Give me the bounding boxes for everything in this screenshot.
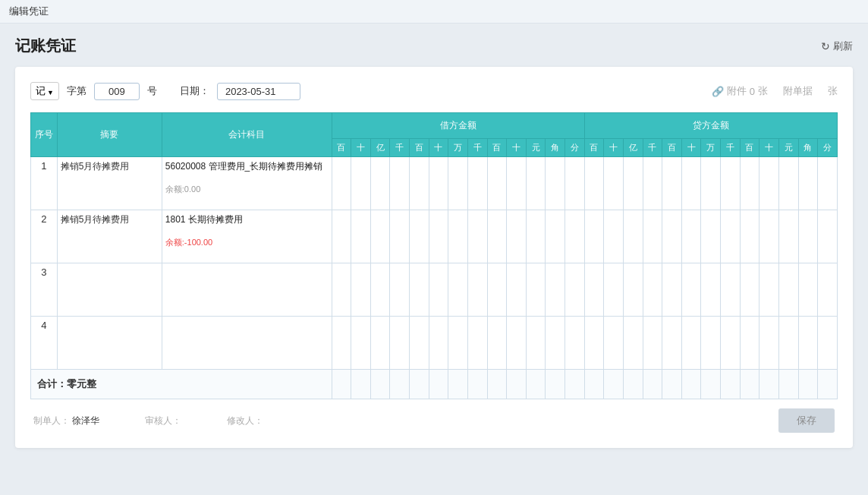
voucher-number-input[interactable] — [94, 83, 140, 100]
row-0-debit-0[interactable] — [332, 157, 351, 210]
row-2-credit-7[interactable] — [721, 263, 741, 317]
row-2-credit-11[interactable] — [798, 263, 818, 317]
row-1-credit-6[interactable] — [701, 210, 721, 263]
row-0-debit-9[interactable] — [507, 157, 527, 210]
row-0-credit-8[interactable] — [740, 157, 760, 210]
row-0-debit-8[interactable] — [487, 157, 507, 210]
row-0-credit-12[interactable] — [818, 157, 838, 210]
row-2-debit-9[interactable] — [507, 263, 527, 317]
row-3-debit-0[interactable] — [332, 317, 351, 370]
row-3-credit-3[interactable] — [643, 317, 662, 370]
row-0-debit-10[interactable] — [526, 157, 546, 210]
row-3-credit-8[interactable] — [740, 317, 760, 370]
save-button[interactable]: 保存 — [778, 408, 835, 433]
row-0-credit-5[interactable] — [681, 157, 701, 210]
row-3-debit-10[interactable] — [526, 317, 546, 370]
row-3-credit-10[interactable] — [778, 317, 798, 370]
row-1-debit-6[interactable] — [448, 210, 468, 263]
row-1-credit-7[interactable] — [721, 210, 741, 263]
row-1-credit-11[interactable] — [798, 210, 818, 263]
table-row[interactable]: 1摊销5月待摊费用56020008 管理费用_长期待摊费用摊销余额:0.00 — [31, 157, 838, 210]
row-2-summary[interactable] — [57, 263, 162, 317]
table-row[interactable]: 2摊销5月待摊费用1801 长期待摊费用余额:-100.00 — [31, 210, 838, 263]
row-1-credit-12[interactable] — [818, 210, 838, 263]
row-2-credit-2[interactable] — [623, 263, 643, 317]
row-1-credit-4[interactable] — [662, 210, 682, 263]
row-3-debit-7[interactable] — [467, 317, 487, 370]
row-2-credit-5[interactable] — [681, 263, 701, 317]
row-1-debit-1[interactable] — [351, 210, 371, 263]
row-2-debit-6[interactable] — [448, 263, 468, 317]
row-2-account[interactable] — [162, 263, 332, 317]
row-3-credit-1[interactable] — [604, 317, 624, 370]
row-1-credit-8[interactable] — [740, 210, 760, 263]
row-3-debit-6[interactable] — [448, 317, 468, 370]
row-2-credit-6[interactable] — [701, 263, 721, 317]
row-3-credit-11[interactable] — [798, 317, 818, 370]
row-0-debit-4[interactable] — [410, 157, 429, 210]
row-1-credit-3[interactable] — [643, 210, 662, 263]
row-2-debit-0[interactable] — [332, 263, 351, 317]
row-2-credit-12[interactable] — [818, 263, 838, 317]
row-2-debit-5[interactable] — [429, 263, 448, 317]
row-0-debit-5[interactable] — [429, 157, 448, 210]
row-0-debit-1[interactable] — [351, 157, 371, 210]
row-1-debit-8[interactable] — [487, 210, 507, 263]
refresh-button[interactable]: ↻ 刷新 — [821, 39, 853, 53]
row-3-debit-1[interactable] — [351, 317, 371, 370]
row-3-credit-2[interactable] — [623, 317, 643, 370]
row-0-debit-6[interactable] — [448, 157, 468, 210]
row-1-debit-5[interactable] — [429, 210, 448, 263]
row-0-credit-6[interactable] — [701, 157, 721, 210]
row-3-debit-9[interactable] — [507, 317, 527, 370]
row-2-debit-4[interactable] — [410, 263, 429, 317]
row-0-account[interactable]: 56020008 管理费用_长期待摊费用摊销余额:0.00 — [162, 157, 332, 210]
row-2-debit-7[interactable] — [467, 263, 487, 317]
row-3-debit-11[interactable] — [546, 317, 565, 370]
row-1-account[interactable]: 1801 长期待摊费用余额:-100.00 — [162, 210, 332, 263]
row-2-credit-1[interactable] — [604, 263, 624, 317]
row-2-credit-3[interactable] — [643, 263, 662, 317]
row-2-credit-8[interactable] — [740, 263, 760, 317]
row-2-debit-1[interactable] — [351, 263, 371, 317]
row-3-debit-4[interactable] — [410, 317, 429, 370]
row-0-summary[interactable]: 摊销5月待摊费用 — [57, 157, 162, 210]
row-1-debit-9[interactable] — [507, 210, 527, 263]
date-input[interactable] — [217, 83, 300, 100]
row-2-debit-8[interactable] — [487, 263, 507, 317]
row-0-credit-4[interactable] — [662, 157, 682, 210]
row-2-credit-0[interactable] — [584, 263, 604, 317]
row-3-credit-5[interactable] — [681, 317, 701, 370]
row-0-credit-11[interactable] — [798, 157, 818, 210]
row-1-credit-1[interactable] — [604, 210, 624, 263]
row-1-credit-9[interactable] — [760, 210, 779, 263]
row-3-account[interactable] — [162, 317, 332, 370]
row-3-credit-12[interactable] — [818, 317, 838, 370]
row-0-credit-3[interactable] — [643, 157, 662, 210]
row-3-credit-6[interactable] — [701, 317, 721, 370]
row-0-debit-12[interactable] — [565, 157, 585, 210]
table-row[interactable]: 3 — [31, 263, 838, 317]
row-1-credit-10[interactable] — [778, 210, 798, 263]
row-0-debit-11[interactable] — [546, 157, 565, 210]
row-3-credit-9[interactable] — [760, 317, 779, 370]
row-0-debit-3[interactable] — [390, 157, 410, 210]
row-0-credit-9[interactable] — [760, 157, 779, 210]
row-1-credit-2[interactable] — [623, 210, 643, 263]
row-3-debit-2[interactable] — [370, 317, 390, 370]
row-3-debit-3[interactable] — [390, 317, 410, 370]
row-1-debit-2[interactable] — [370, 210, 390, 263]
row-1-debit-11[interactable] — [546, 210, 565, 263]
row-3-summary[interactable] — [57, 317, 162, 370]
row-3-debit-12[interactable] — [565, 317, 585, 370]
row-1-credit-0[interactable] — [584, 210, 604, 263]
row-0-credit-10[interactable] — [778, 157, 798, 210]
row-0-debit-2[interactable] — [370, 157, 390, 210]
row-2-credit-10[interactable] — [778, 263, 798, 317]
row-0-credit-0[interactable] — [584, 157, 604, 210]
row-3-credit-7[interactable] — [721, 317, 741, 370]
row-3-debit-5[interactable] — [429, 317, 448, 370]
row-3-credit-0[interactable] — [584, 317, 604, 370]
row-0-credit-1[interactable] — [604, 157, 624, 210]
row-0-debit-7[interactable] — [467, 157, 487, 210]
